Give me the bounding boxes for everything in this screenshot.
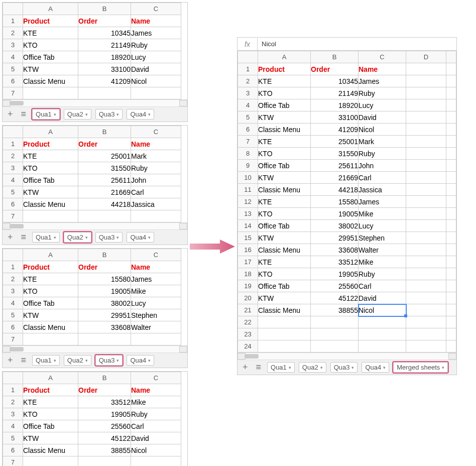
horizontal-scrollbar[interactable] <box>237 353 456 360</box>
row-header[interactable]: 2 <box>3 150 23 162</box>
spreadsheet-cell[interactable]: KTO <box>23 39 78 51</box>
spreadsheet-cell[interactable]: Stephen <box>359 232 406 244</box>
spreadsheet-cell[interactable]: David <box>131 432 181 444</box>
add-sheet-icon[interactable]: + <box>6 109 15 120</box>
header-cell[interactable]: Name <box>131 138 181 150</box>
all-sheets-icon[interactable]: ≡ <box>19 109 29 120</box>
sheet-tab-q4[interactable]: Qua4▾ <box>127 355 154 366</box>
spreadsheet-cell[interactable]: KTO <box>258 148 311 160</box>
header-cell[interactable]: Order <box>78 15 131 27</box>
row-header[interactable]: 4 <box>238 99 258 111</box>
row-header[interactable]: 12 <box>238 196 258 208</box>
col-header-C[interactable]: C <box>359 51 406 63</box>
spreadsheet-cell[interactable]: 21669 <box>311 172 359 184</box>
row-header[interactable]: 7 <box>3 456 23 467</box>
spreadsheet-cell[interactable]: Office Tab <box>23 297 78 309</box>
spreadsheet-cell[interactable]: 18920 <box>311 99 359 111</box>
spreadsheet-cell[interactable]: 44218 <box>311 184 359 196</box>
sheet-tab-q4[interactable]: Qua4▾ <box>362 362 389 373</box>
header-cell[interactable]: Order <box>311 63 359 75</box>
row-header[interactable]: 5 <box>3 186 23 198</box>
row-header[interactable]: 6 <box>238 124 258 136</box>
spreadsheet-cell[interactable]: Office Tab <box>23 51 78 63</box>
all-sheets-icon[interactable]: ≡ <box>19 355 29 366</box>
spreadsheet-cell[interactable]: Carl <box>131 420 181 432</box>
spreadsheet-cell[interactable]: 25611 <box>78 174 131 186</box>
row-header[interactable]: 1 <box>3 15 23 27</box>
spreadsheet-cell[interactable]: Jassica <box>131 198 181 210</box>
header-cell[interactable]: Name <box>131 384 181 396</box>
spreadsheet-cell[interactable]: KTW <box>258 232 311 244</box>
spreadsheet-cell[interactable]: Ruby <box>359 148 406 160</box>
row-header[interactable]: 6 <box>3 444 23 456</box>
spreadsheet-cell[interactable]: Mike <box>359 256 406 268</box>
header-cell[interactable]: Product <box>23 384 78 396</box>
row-header[interactable]: 3 <box>3 408 23 420</box>
row-header[interactable]: 1 <box>238 63 258 75</box>
spreadsheet-cell[interactable]: 19005 <box>311 208 359 220</box>
spreadsheet-cell[interactable]: KTE <box>23 150 78 162</box>
spreadsheet-cell[interactable]: Jassica <box>359 184 406 196</box>
sheet-tab-q3[interactable]: Qua3▾ <box>95 232 123 243</box>
spreadsheet-cell[interactable]: 45122 <box>78 432 131 444</box>
spreadsheet-cell[interactable]: 19905 <box>78 408 131 420</box>
spreadsheet-cell[interactable]: Mark <box>131 150 181 162</box>
spreadsheet-cell[interactable]: KTE <box>258 196 311 208</box>
col-header-A[interactable]: A <box>258 51 311 63</box>
spreadsheet-cell[interactable]: KTO <box>258 87 311 99</box>
spreadsheet-cell[interactable]: Classic Menu <box>258 124 311 136</box>
spreadsheet-cell[interactable]: 38002 <box>311 220 359 232</box>
spreadsheet-cell[interactable]: Office Tab <box>23 420 78 432</box>
col-header-B[interactable]: B <box>78 372 131 384</box>
row-header[interactable]: 4 <box>3 174 23 186</box>
spreadsheet-cell[interactable]: KTO <box>23 408 78 420</box>
spreadsheet-cell[interactable]: KTE <box>258 136 311 148</box>
spreadsheet-cell[interactable]: Nicol <box>359 124 406 136</box>
spreadsheet-cell[interactable]: 41209 <box>311 124 359 136</box>
spreadsheet-cell[interactable]: David <box>359 111 406 124</box>
spreadsheet-cell[interactable]: Lucy <box>131 297 181 309</box>
all-sheets-icon[interactable]: ≡ <box>254 362 264 373</box>
spreadsheet-cell[interactable]: 15580 <box>78 273 131 285</box>
spreadsheet-cell[interactable]: 25560 <box>311 280 359 292</box>
spreadsheet-cell[interactable]: James <box>131 27 181 39</box>
sheet-tab-q4[interactable]: Qua4▾ <box>127 232 154 243</box>
row-header[interactable]: 11 <box>238 184 258 196</box>
spreadsheet-cell[interactable]: Classic Menu <box>23 75 78 87</box>
header-cell[interactable]: Name <box>131 15 181 27</box>
col-header-A[interactable]: A <box>23 372 78 384</box>
col-header-C[interactable]: C <box>131 126 181 138</box>
add-sheet-icon[interactable]: + <box>241 362 250 373</box>
sheet-tab-q3[interactable]: Qua3▾ <box>330 362 358 373</box>
row-header[interactable]: 13 <box>238 208 258 220</box>
spreadsheet-cell[interactable]: Classic Menu <box>258 244 311 256</box>
col-header-C[interactable]: C <box>131 249 181 261</box>
spreadsheet-cell[interactable]: Classic Menu <box>258 304 311 316</box>
header-cell[interactable]: Name <box>131 261 181 273</box>
row-header[interactable]: 7 <box>3 210 23 222</box>
col-header-C[interactable]: C <box>131 372 181 384</box>
row-header[interactable]: 1 <box>3 384 23 396</box>
row-header[interactable]: 3 <box>3 162 23 174</box>
row-header[interactable]: 17 <box>238 256 258 268</box>
spreadsheet-cell[interactable]: Walter <box>359 244 406 256</box>
spreadsheet-cell[interactable]: Carl <box>359 172 406 184</box>
spreadsheet-cell[interactable]: 38855 <box>78 444 131 456</box>
spreadsheet-cell[interactable]: 33512 <box>311 256 359 268</box>
row-header[interactable]: 18 <box>238 268 258 280</box>
sheet-tab-q1[interactable]: Qua1▾ <box>267 362 295 373</box>
spreadsheet-cell[interactable]: 45122 <box>311 292 359 304</box>
row-header[interactable]: 5 <box>3 309 23 321</box>
col-header-B[interactable]: B <box>78 3 131 15</box>
header-cell[interactable]: Order <box>78 384 131 396</box>
spreadsheet-cell[interactable]: 33100 <box>311 111 359 124</box>
spreadsheet-cell[interactable]: KTE <box>258 256 311 268</box>
row-header[interactable]: 23 <box>238 328 258 340</box>
row-header[interactable]: 19 <box>238 280 258 292</box>
spreadsheet-cell[interactable]: 29951 <box>311 232 359 244</box>
all-sheets-icon[interactable]: ≡ <box>19 232 29 243</box>
row-header[interactable]: 5 <box>3 63 23 75</box>
spreadsheet-cell[interactable]: 44218 <box>78 198 131 210</box>
horizontal-scrollbar[interactable] <box>3 99 187 106</box>
spreadsheet-cell[interactable]: Stephen <box>131 309 181 321</box>
